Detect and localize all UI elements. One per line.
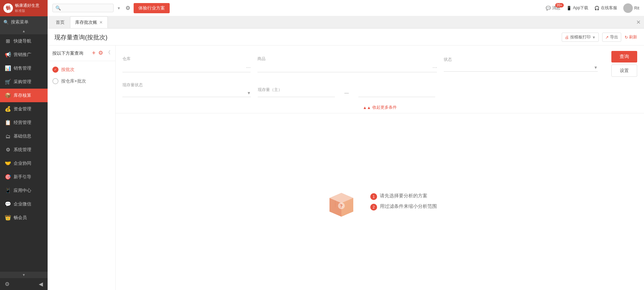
nav-label-appstore: 应用中心 (14, 187, 31, 194)
search-menu-label: 搜索菜单 (11, 19, 29, 25)
main-area: 🔍 ▼ ⚙ 体验行业方案 💬 消息 99+ 📱 App下载 🎧 在线客服 Rit (48, 0, 644, 290)
tab-home-label: 首页 (56, 19, 65, 25)
nav-label-basic: 基础信息 (14, 133, 31, 139)
query-button[interactable]: 查询 (611, 51, 637, 62)
sidebar-item-marketing[interactable]: 📢营销推广 (0, 48, 48, 61)
action-buttons: 查询 设置 (611, 51, 637, 77)
empty-tips: 1 请先选择要分析的方案 2 用过滤条件来缩小分析范围 (370, 193, 437, 211)
scheme-batch-icon: ✓ (52, 67, 58, 73)
app-download-item[interactable]: 📱 App下载 (566, 5, 588, 11)
sidebar-item-inventory[interactable]: 📦库存核算 (0, 89, 48, 102)
stock-status-dropdown[interactable]: ▼ (122, 89, 251, 97)
stock-qty-to-input[interactable] (358, 94, 436, 97)
sidebar-item-appstore[interactable]: 📱应用中心 (0, 184, 48, 197)
tab-batch-label: 库存批次账 (75, 19, 97, 25)
collapse-up-icon: ▲▲ (363, 105, 371, 110)
sidebar-item-enterprise[interactable]: 🤝企业协同 (0, 157, 48, 170)
nav-label-quick-nav: 快捷导航 (14, 38, 31, 44)
nav-label-inventory: 库存核算 (14, 92, 31, 98)
refresh-button[interactable]: ↻ 刷新 (625, 34, 637, 40)
sidebar-header: 畅 畅康通好生意 标准版 (0, 0, 48, 16)
collapse-filters-button[interactable]: ▲▲ 收起更多条件 (122, 102, 637, 113)
sidebar-item-finance[interactable]: 💰资金管理 (0, 102, 48, 116)
scheme-item-batch[interactable]: ✓ 按批次 (48, 64, 115, 75)
nav-label-purchase: 采购管理 (14, 79, 31, 85)
tip-1-number: 1 (370, 193, 377, 200)
stock-qty-to-filter (358, 93, 436, 97)
sidebar-item-basic[interactable]: 🗂基础信息 (0, 129, 48, 143)
trial-button[interactable]: 体验行业方案 (134, 3, 170, 13)
nav-icon-basic: 🗂 (5, 133, 11, 139)
warehouse-more-icon[interactable]: ··· (246, 65, 251, 71)
tab-bar-close-icon[interactable]: ✕ (636, 19, 641, 25)
online-service-item[interactable]: 🎧 在线客服 (594, 5, 617, 11)
sidebar-item-operation[interactable]: 📋经营管理 (0, 116, 48, 129)
topbar-search-input[interactable] (63, 6, 100, 11)
sidebar-item-member[interactable]: 👑畅会员 (0, 211, 48, 224)
sidebar-item-purchase[interactable]: 🛒采购管理 (0, 75, 48, 89)
tip-2-number: 2 (370, 204, 377, 211)
nav-label-finance: 资金管理 (14, 106, 31, 112)
right-panel: 仓库 ··· 商品 ··· (116, 46, 644, 290)
svg-text:?: ? (340, 204, 342, 209)
stock-qty-label: 现存量（主） (258, 87, 335, 93)
add-scheme-icon[interactable]: + (92, 50, 96, 57)
status-dropdown[interactable]: ▼ (444, 64, 598, 72)
tab-close-icon[interactable]: ✕ (99, 20, 103, 25)
search-icon: 🔍 (3, 20, 9, 25)
export-label: 导出 (610, 34, 618, 40)
scheme-item-warehouse-batch[interactable]: 按仓库+批次 (48, 75, 115, 87)
topbar-gear-icon[interactable]: ⚙ (125, 5, 130, 11)
nav-icon-wechat: 💬 (5, 201, 11, 207)
topbar-search-box[interactable]: 🔍 (52, 4, 114, 12)
tab-batch[interactable]: 库存批次账 ✕ (70, 16, 108, 28)
sidebar-nav: ⊞快捷导航📢营销推广📊销售管理🛒采购管理📦库存核算💰资金管理📋经营管理🗂基础信息… (0, 34, 48, 272)
set-button[interactable]: 设置 (611, 65, 637, 77)
sidebar-scroll-down[interactable]: ▼ (0, 272, 48, 278)
nav-label-member: 畅会员 (14, 215, 27, 221)
sidebar-item-quick-nav[interactable]: ⊞快捷导航 (0, 34, 48, 48)
export-button[interactable]: ↗ 导出 (602, 33, 621, 42)
sidebar-item-wechat[interactable]: 💬企业微信 (0, 197, 48, 211)
nav-icon-finance: 💰 (5, 106, 11, 112)
page-actions: 🖨 按模板打印 ▼ ↗ 导出 ↻ 刷新 (562, 33, 637, 45)
warehouse-input[interactable]: ··· (122, 63, 251, 72)
scheme-batch-label: 按批次 (61, 67, 74, 73)
nav-icon-purchase: 🛒 (5, 79, 11, 85)
nav-icon-sales: 📊 (5, 65, 11, 71)
tip-2-text: 用过滤条件来缩小分析范围 (380, 203, 437, 210)
stock-status-chevron-icon: ▼ (247, 91, 251, 95)
stock-qty-from-input[interactable] (258, 94, 335, 97)
user-item[interactable]: Rit (623, 3, 639, 13)
empty-state: ? 1 请先选择要分析的方案 2 用过滤条件来缩小分析范围 (116, 113, 644, 290)
nav-icon-operation: 📋 (5, 120, 11, 126)
sidebar-item-newbie[interactable]: 🎯新手引导 (0, 170, 48, 184)
sidebar-scroll-up[interactable]: ▲ (0, 28, 48, 34)
empty-tip-1: 1 请先选择要分析的方案 (370, 193, 437, 200)
goods-input[interactable]: ··· (257, 63, 437, 72)
topbar-dropdown-chevron[interactable]: ▼ (117, 6, 121, 10)
status-filter: 状态 ▼ (444, 57, 598, 72)
print-chevron-icon: ▼ (592, 35, 596, 39)
left-panel-actions: + ⚙ 《 (92, 50, 111, 57)
messages-item[interactable]: 💬 消息 99+ (546, 5, 560, 11)
scheme-settings-icon[interactable]: ⚙ (98, 50, 103, 57)
filter-row-2: 现存量状态 ▼ 现存量（主） — (122, 82, 637, 97)
print-button[interactable]: 🖨 按模板打印 ▼ (562, 33, 599, 42)
edition-label: 标准版 (15, 8, 39, 13)
settings-icon[interactable]: ⚙ (5, 281, 10, 287)
collapse-sidebar-icon[interactable]: ◀ (39, 281, 43, 287)
left-panel-header: 按以下方案查询 + ⚙ 《 (48, 46, 115, 61)
goods-more-icon[interactable]: ··· (433, 65, 437, 71)
refresh-label: 刷新 (629, 34, 637, 40)
company-name: 畅康通好生意 (15, 3, 39, 8)
tab-home[interactable]: 首页 (51, 16, 69, 28)
print-label: 按模板打印 (570, 34, 591, 40)
sidebar-search[interactable]: 🔍 搜索菜单 (0, 16, 48, 28)
sidebar-item-sales[interactable]: 📊销售管理 (0, 61, 48, 75)
user-name: Rit (634, 6, 639, 11)
sidebar-logo: 畅 (3, 3, 13, 13)
status-chevron-icon: ▼ (594, 65, 598, 70)
sidebar-item-system[interactable]: ⚙系统管理 (0, 143, 48, 157)
collapse-left-panel-icon[interactable]: 《 (106, 50, 111, 57)
